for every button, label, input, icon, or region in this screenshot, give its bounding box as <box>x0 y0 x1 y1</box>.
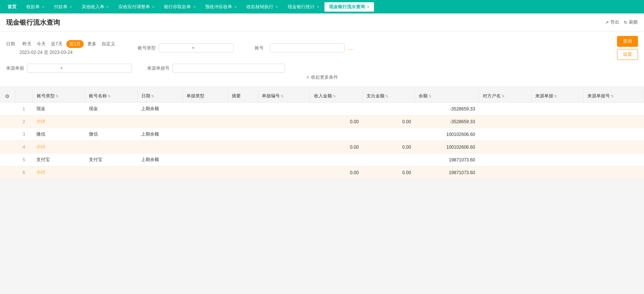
filter-row-2: 来源单据 ▾ 来源单据号 <box>6 64 638 73</box>
export-button[interactable]: ↗ 导出 <box>605 19 619 25</box>
page-header: 现金银行流水查询 ↗ 导出 ↻ 刷新 <box>0 13 644 31</box>
custom-btn[interactable]: 自定义 <box>100 40 117 48</box>
sort-doc-no: ⇅ <box>281 94 284 98</box>
close-icon-payment[interactable]: × <box>70 5 72 9</box>
col-source-doc[interactable]: 来源单据⇅ <box>531 90 583 103</box>
close-icon-ar-ap-adjust[interactable]: × <box>152 5 155 9</box>
close-icon-prepay-offset[interactable]: × <box>234 5 237 9</box>
week-btn[interactable]: 近7天 <box>50 40 64 48</box>
col-account-type[interactable]: 账号类型⇅ <box>33 90 85 103</box>
settings-gear-icon[interactable]: ⚙ <box>5 93 10 99</box>
source-doc-select[interactable]: ▾ <box>27 64 132 73</box>
table-row: 3微信微信上期余额100102606.60 <box>0 128 644 141</box>
top-nav: 首页收款单×付款单×其他收入单×应收应付调整单×银行存取款单×预收冲应收单×收款… <box>0 0 644 13</box>
source-doc-group: 来源单据 ▾ <box>6 64 132 73</box>
filter-row-1: 日期 昨天 今天 近7天 近1月 更多 自定义 2023-02-24 至 202… <box>6 36 638 60</box>
export-icon: ↗ <box>605 20 609 25</box>
close-icon-cash-stat[interactable]: × <box>317 5 319 9</box>
page-title: 现金银行流水查询 <box>6 18 60 27</box>
sort-date: ⇅ <box>151 94 154 98</box>
nav-item-payment[interactable]: 付款单× <box>50 2 77 12</box>
close-icon-cash-flow[interactable]: × <box>367 5 369 9</box>
nav-item-other-income[interactable]: 其他收入单× <box>77 2 113 12</box>
sort-account-name: ⇅ <box>108 94 111 98</box>
nav-item-home[interactable]: 首页 <box>3 2 21 12</box>
sort-account-type: ⇅ <box>56 94 59 98</box>
filter-area: 日期 昨天 今天 近7天 近1月 更多 自定义 2023-02-24 至 202… <box>0 31 644 87</box>
filter-actions: 查询 设置 <box>617 36 638 60</box>
account-input[interactable] <box>270 43 345 52</box>
refresh-icon: ↻ <box>624 20 627 25</box>
chevron-down-icon-2: ▾ <box>60 66 63 71</box>
sort-balance: ⇅ <box>428 94 431 98</box>
date-range: 2023-02-24 至 2023-03-24 <box>20 49 117 56</box>
col-summary: 摘要 <box>228 90 258 103</box>
chevron-down-icon: ▾ <box>192 45 194 51</box>
header-actions: ↗ 导出 ↻ 刷新 <box>605 19 638 25</box>
sort-counterpart: ⇅ <box>501 94 504 98</box>
close-icon-other-income[interactable]: × <box>107 5 109 9</box>
close-icon-receipt-verify[interactable]: × <box>276 5 278 9</box>
sort-source-doc-no: ⇅ <box>611 94 614 98</box>
settings-button[interactable]: 设置 <box>617 49 638 60</box>
collapse-icon: ∧ <box>306 75 310 80</box>
collapse-bar[interactable]: ∧ 收起更多条件 <box>6 73 638 82</box>
nav-item-cash-stat[interactable]: 现金银行统计× <box>283 2 324 12</box>
col-balance[interactable]: 余额⇅ <box>415 90 479 103</box>
col-income[interactable]: 收入金额⇅ <box>310 90 362 103</box>
col-expense[interactable]: 支出金额⇅ <box>362 90 414 103</box>
col-date[interactable]: 日期⇅ <box>137 90 182 103</box>
col-source-doc-no[interactable]: 来源单据号⇅ <box>584 90 644 103</box>
table-row: 1现金现金上期余额-3528659.33 <box>0 103 644 115</box>
more-btn[interactable]: 更多 <box>86 40 98 48</box>
today-btn[interactable]: 今天 <box>35 40 47 48</box>
nav-item-prepay-offset[interactable]: 预收冲应收单× <box>201 2 241 12</box>
table-header: ⚙ 账号类型⇅ 账号名称⇅ 日期⇅ 单据类型 摘要 单据编号⇅ 收入金额⇅ 支出… <box>0 90 644 103</box>
col-doc-no[interactable]: 单据编号⇅ <box>258 90 310 103</box>
nav-item-ar-ap-adjust[interactable]: 应收应付调整单× <box>114 2 159 12</box>
table-row: 6小计0.000.0019871073.60 <box>0 166 644 179</box>
date-label: 日期 <box>6 41 18 47</box>
nav-item-cash-flow[interactable]: 现金银行流水查询× <box>324 2 374 12</box>
nav-item-receipt[interactable]: 收款单× <box>22 2 49 12</box>
source-doc-label: 来源单据 <box>6 65 24 72</box>
close-icon-receipt[interactable]: × <box>42 5 44 9</box>
account-label: 账号 <box>255 45 267 51</box>
table-container: ⚙ 账号类型⇅ 账号名称⇅ 日期⇅ 单据类型 摘要 单据编号⇅ 收入金额⇅ 支出… <box>0 90 644 179</box>
account-dots-btn[interactable]: ... <box>348 45 355 51</box>
col-account-name[interactable]: 账号名称⇅ <box>85 90 137 103</box>
query-button[interactable]: 查询 <box>617 36 638 47</box>
data-table: ⚙ 账号类型⇅ 账号名称⇅ 日期⇅ 单据类型 摘要 单据编号⇅ 收入金额⇅ 支出… <box>0 90 644 179</box>
table-row: 2小计0.000.00-3528659.33 <box>0 115 644 128</box>
col-settings[interactable]: ⚙ <box>0 90 15 103</box>
table-row: 5支付宝支付宝上期余额19871073.60 <box>0 154 644 166</box>
date-shortcuts: 昨天 今天 近7天 近1月 更多 自定义 <box>21 40 117 48</box>
table-body: 1现金现金上期余额-3528659.332小计0.000.00-3528659.… <box>0 103 644 179</box>
source-doc-no-group: 来源单据号 <box>147 64 285 73</box>
refresh-button[interactable]: ↻ 刷新 <box>624 19 638 25</box>
month1-btn[interactable]: 近1月 <box>66 40 84 48</box>
col-counterpart[interactable]: 对方户名⇅ <box>479 90 531 103</box>
source-doc-no-input[interactable] <box>173 64 285 73</box>
account-type-select[interactable]: ▾ <box>159 43 234 52</box>
account-type-label: 账号类型 <box>138 45 156 51</box>
sort-expense: ⇅ <box>385 94 388 98</box>
col-rownum <box>15 90 33 103</box>
nav-item-receipt-verify[interactable]: 收款核销执行× <box>242 2 282 12</box>
sort-source-doc: ⇅ <box>554 94 557 98</box>
sort-income: ⇅ <box>333 94 336 98</box>
yesterday-btn[interactable]: 昨天 <box>21 40 33 48</box>
table-row: 4小计0.000.00100102606.60 <box>0 141 644 154</box>
close-icon-bank-deposit[interactable]: × <box>193 5 195 9</box>
source-doc-no-label: 来源单据号 <box>147 65 170 72</box>
col-doc-type: 单据类型 <box>182 90 228 103</box>
nav-item-bank-deposit[interactable]: 银行存取款单× <box>159 2 200 12</box>
